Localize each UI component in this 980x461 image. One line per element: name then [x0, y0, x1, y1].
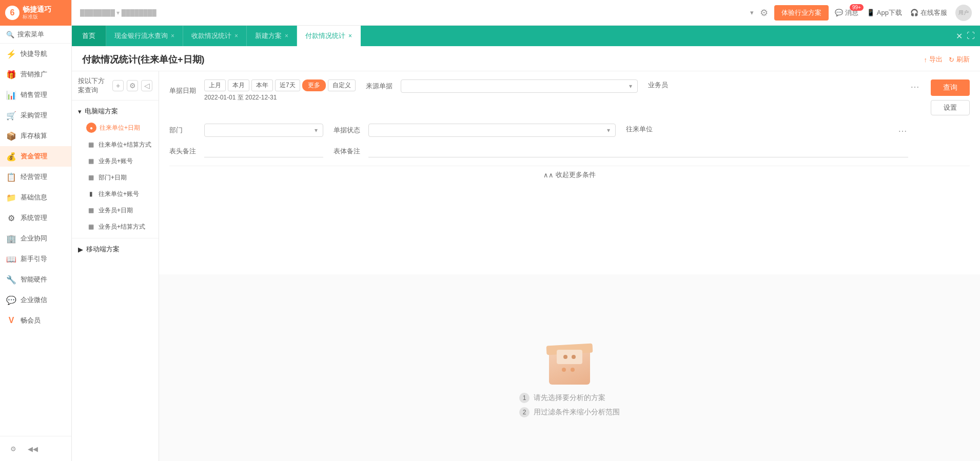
sidebar-item-guide[interactable]: 📖 新手引导: [0, 249, 71, 269]
body-note-input[interactable]: [368, 145, 908, 157]
date-btn-this-month[interactable]: 本月: [228, 79, 249, 91]
filter-voucher-item: 单据状态 ▾: [334, 124, 616, 137]
sidebar-item-label: 快捷导航: [21, 49, 47, 58]
export-button[interactable]: ↑ 导出: [924, 55, 943, 64]
export-label: 导出: [929, 55, 943, 64]
date-btn-this-year[interactable]: 本年: [251, 79, 273, 91]
tab-new-close[interactable]: ×: [285, 32, 288, 39]
topbar-dropdown-arrow[interactable]: ▾: [750, 9, 754, 16]
sidebar-item-system[interactable]: ⚙ 系统管理: [0, 208, 71, 228]
tab-receipts-close[interactable]: ×: [234, 32, 238, 39]
tab-payments-close[interactable]: ×: [348, 32, 352, 39]
sidebar-item-inventory[interactable]: 📦 库存核算: [0, 126, 71, 146]
scheme-table-icon: ▦: [86, 156, 95, 166]
sidebar-search[interactable]: 🔍 搜索菜单: [0, 26, 71, 44]
scheme-dept-date[interactable]: ▦ 部门+日期: [72, 169, 159, 186]
messages-badge: 99+: [850, 4, 864, 11]
tab-receipts-label: 收款情况统计: [191, 31, 231, 41]
sidebar-item-info[interactable]: 📁 基础信息: [0, 187, 71, 208]
logo-icon: 6: [5, 6, 19, 20]
sidebar-item-promo[interactable]: 🎁 营销推广: [0, 64, 71, 85]
scheme-partner-date[interactable]: ● 往来单位+日期: [72, 119, 159, 136]
app-download-action[interactable]: 📱 App下载: [867, 8, 902, 17]
scheme-partner-account[interactable]: ▮ 往来单位+账号: [72, 186, 159, 202]
scheme-settings-button[interactable]: ⚙: [127, 80, 138, 91]
dept-select[interactable]: ▾: [204, 124, 323, 137]
date-btn-last-month[interactable]: 上月: [204, 79, 226, 91]
sidebar-item-sales[interactable]: 📊 销售管理: [0, 85, 71, 105]
query-button[interactable]: 查询: [931, 79, 970, 96]
app-download-label: App下载: [877, 8, 902, 17]
customer-service-action[interactable]: 🎧 在线客服: [910, 8, 947, 17]
add-scheme-button[interactable]: +: [112, 80, 124, 91]
sidebar-item-nav[interactable]: ⚡ 快捷导航: [0, 44, 71, 64]
scheme-staff-account[interactable]: ▦ 业务员+账号: [72, 153, 159, 169]
sidebar-item-label: 营销推广: [21, 70, 47, 79]
date-btn-7days[interactable]: 近7天: [275, 79, 300, 91]
sidebar-item-purchase[interactable]: 🛒 采购管理: [0, 105, 71, 126]
voucher-select[interactable]: ▾: [368, 124, 616, 137]
collapse-bar[interactable]: ∧∧ 收起更多条件: [169, 166, 970, 184]
wechat-icon: 💬: [6, 295, 16, 305]
user-avatar[interactable]: 用户: [955, 5, 972, 21]
left-panel-actions: + ⚙ ◁: [112, 80, 152, 91]
left-panel-header: 按以下方案查询 + ⚙ ◁: [72, 71, 159, 101]
source-select-arrow: ▾: [629, 83, 632, 90]
tab-new[interactable]: 新建方案 ×: [247, 26, 297, 46]
sidebar-item-finance[interactable]: 💰 资金管理: [0, 146, 71, 167]
page-title: 付款情况统计(往来单位+日期): [82, 53, 205, 66]
mobile-group-toggle[interactable]: ▶ 移动端方案: [72, 242, 159, 257]
chevron-up-icon: ∧∧: [543, 171, 554, 179]
filter-partner-item: 往来单位 …: [626, 124, 908, 134]
tab-expand-icon[interactable]: ⛶: [967, 31, 975, 41]
scheme-label: 往来单位+结算方式: [99, 141, 151, 149]
scheme-collapse-button[interactable]: ◁: [141, 80, 152, 91]
filter-staff-item: 业务员 …: [648, 79, 920, 90]
sidebar-item-corp[interactable]: 🏢 企业协同: [0, 228, 71, 249]
scheme-staff-date[interactable]: ▦ 业务员+日期: [72, 202, 159, 218]
mobile-group-arrow: ▶: [78, 246, 83, 253]
sidebar-item-label: 经营管理: [21, 172, 47, 182]
content-right: 单据日期 上月 本月 本年 近7天 更多 自定义: [159, 71, 980, 461]
tab-close-all-icon[interactable]: ✕: [956, 31, 963, 41]
refresh-button[interactable]: ↻ 刷新: [949, 55, 970, 64]
sidebar-item-wechat[interactable]: 💬 企业微信: [0, 290, 71, 310]
sidebar-item-management[interactable]: 📋 经营管理: [0, 167, 71, 187]
sidebar-footer-collapse[interactable]: ◀◀: [26, 442, 40, 456]
desktop-group-toggle[interactable]: ▾ 电脑端方案: [72, 104, 159, 119]
filter-settings-button[interactable]: 设置: [931, 100, 970, 115]
staff-dots[interactable]: …: [910, 79, 920, 90]
sidebar-item-hardware[interactable]: 🔧 智能硬件: [0, 269, 71, 290]
date-btn-more[interactable]: 更多: [302, 79, 326, 91]
query-area: 查询 设置: [931, 79, 970, 115]
tab-receipts[interactable]: 收款情况统计 ×: [183, 26, 247, 46]
info-icon: 📁: [6, 192, 16, 203]
scheme-partner-payment[interactable]: ▦ 往来单位+结算方式: [72, 136, 159, 153]
tab-home[interactable]: 首页: [72, 26, 106, 46]
date-range-display: 2022-01-01 至 2022-12-31: [204, 93, 356, 102]
trial-button[interactable]: 体验行业方案: [774, 5, 829, 21]
filter-row-2: 部门 ▾ 单据状态 ▾: [169, 124, 970, 137]
partner-dots[interactable]: …: [898, 124, 908, 134]
source-select[interactable]: ▾: [401, 79, 638, 93]
empty-state: 1 请先选择要分析的方案 2 用过滤条件来缩小分析范围: [159, 274, 980, 461]
date-label: 单据日期: [169, 86, 200, 95]
sidebar-item-label: 畅会员: [21, 316, 41, 325]
scheme-staff-payment[interactable]: ▦ 业务员+结算方式: [72, 218, 159, 235]
filter-row-3: 表头备注 表体备注: [169, 145, 970, 157]
refresh-icon: ↻: [949, 56, 954, 64]
sidebar-item-label: 销售管理: [21, 90, 47, 99]
sidebar-footer-settings[interactable]: ⚙: [6, 442, 21, 456]
messages-action[interactable]: 💬 消息 99+: [835, 8, 858, 17]
topbar-actions: 💬 消息 99+ 📱 App下载 🎧 在线客服 用户: [835, 5, 972, 21]
header-note-input[interactable]: [204, 145, 323, 157]
date-btn-custom[interactable]: 自定义: [328, 79, 356, 91]
tab-bank-close[interactable]: ×: [171, 32, 174, 39]
sidebar-item-label: 智能硬件: [21, 275, 47, 284]
tab-bank-label: 现金银行流水查询: [114, 31, 168, 41]
tab-bank[interactable]: 现金银行流水查询 ×: [106, 26, 183, 46]
sidebar-item-member[interactable]: V 畅会员: [0, 310, 71, 331]
topbar-settings-icon[interactable]: ⚙: [760, 7, 768, 18]
sidebar-item-label: 系统管理: [21, 213, 47, 223]
tab-payments[interactable]: 付款情况统计 ×: [297, 26, 361, 46]
